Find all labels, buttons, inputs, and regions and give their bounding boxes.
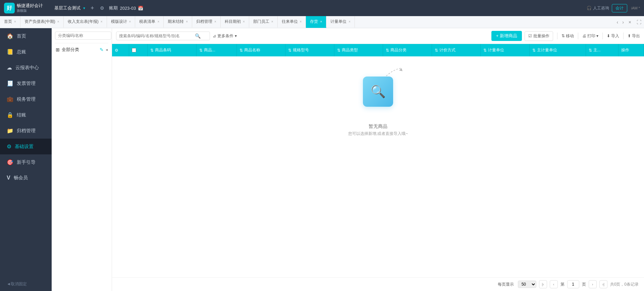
page-label: 页 — [582, 282, 586, 287]
sidebar-item-cloud[interactable]: ☁ 云报表中心 — [0, 60, 52, 76]
cloud-icon: ☁ — [7, 64, 12, 71]
th-main[interactable]: ⇅主... — [586, 44, 619, 56]
th-main-unit[interactable]: ⇅主计量单位 — [530, 44, 586, 56]
empty-desc: 您可以选择新增,或者直接导入哦~ — [348, 131, 408, 137]
product-search-input[interactable] — [119, 34, 193, 38]
category-collapse-icon[interactable]: ◂ — [106, 47, 108, 52]
import-button[interactable]: ⬇ 导入 — [607, 33, 619, 39]
sidebar-item-guide[interactable]: 🎯 新手引导 — [0, 154, 52, 170]
category-search-input[interactable] — [55, 32, 111, 40]
filter-button[interactable]: ⊿ 更多条件 ▾ — [213, 33, 237, 39]
product-search-icon[interactable]: 🔍 — [195, 33, 201, 39]
tab-period-end[interactable]: 期末结转 × — [164, 16, 192, 28]
th-spec[interactable]: ⇅规格型号 — [285, 44, 334, 56]
tab-dept-close[interactable]: × — [271, 20, 273, 23]
export-button[interactable]: ⬆ 导出 — [628, 33, 640, 39]
select-all-checkbox[interactable] — [132, 48, 136, 52]
category-edit-icon[interactable]: ✎ — [100, 47, 104, 52]
consult-button[interactable]: 🎧 人工咨询 — [587, 5, 609, 11]
company-selector[interactable]: 基层工会测试 ▼ — [54, 5, 86, 11]
sidebar-item-settings[interactable]: ⚙ 基础设置 — [0, 139, 52, 154]
import-label: 导入 — [611, 33, 619, 39]
kuaiji-button[interactable]: 会计 — [612, 4, 627, 12]
calendar-icon[interactable]: 📅 — [138, 6, 143, 11]
filter-label: 更多条件 — [217, 33, 233, 39]
cancel-fixed-button[interactable]: ◄取消固定 — [0, 277, 52, 291]
sidebar-archive-label: 归档管理 — [17, 128, 36, 134]
sidebar-item-invoice[interactable]: 🧾 发票管理 — [0, 76, 52, 91]
sidebar-item-tax[interactable]: 💼 税务管理 — [0, 91, 52, 107]
period-label: 账期 — [109, 5, 118, 11]
batch-button[interactable]: ☑ 批量操作 — [525, 31, 553, 41]
tab-subject[interactable]: 科目期初 × — [221, 16, 249, 28]
th-unit[interactable]: ⇅计量单位 — [481, 44, 530, 56]
tab-contacts[interactable]: 往来单位 × — [278, 16, 306, 28]
print-button[interactable]: 🖨 打印 ▾ — [582, 33, 598, 39]
sidebar-guide-label: 新手引导 — [17, 159, 36, 165]
tab-tax[interactable]: 税表清单 × — [135, 16, 164, 28]
tab-template[interactable]: 模版设计 × — [107, 16, 136, 28]
page-first-button[interactable]: |‹ — [539, 280, 547, 288]
sidebar-item-home[interactable]: 🏠 首页 — [0, 28, 52, 44]
tab-nav-buttons: ‹ › × ⛶ — [614, 16, 644, 28]
th-type[interactable]: ⇅商品类型 — [334, 44, 383, 56]
tab-tax-close[interactable]: × — [157, 20, 159, 23]
tab-inventory-close[interactable]: × — [320, 20, 322, 23]
sidebar-item-member[interactable]: V 畅会员 — [0, 170, 52, 186]
tab-archive[interactable]: 归档管理 × — [192, 16, 221, 28]
header-actions: 🎧 人工咨询 会计 iAM * — [587, 4, 640, 12]
page-prev-button[interactable]: ‹ — [550, 280, 558, 288]
tab-contacts-close[interactable]: × — [300, 20, 302, 23]
th-code[interactable]: ⇅商品... — [196, 44, 236, 56]
filter-arrow-icon: ▾ — [235, 34, 237, 38]
sidebar-item-archive[interactable]: 📁 归档管理 — [0, 123, 52, 139]
th-name[interactable]: ⇅商品名称 — [236, 44, 285, 56]
move-button[interactable]: ⇅ 移动 — [561, 33, 574, 39]
th-category[interactable]: ⇅商品分类 — [383, 44, 432, 56]
tab-home[interactable]: 首页 × — [0, 16, 20, 28]
tab-template-close[interactable]: × — [129, 20, 131, 23]
th-checkbox[interactable] — [129, 44, 148, 56]
tab-unit-close[interactable]: × — [348, 20, 351, 23]
table-container[interactable]: ⚙ ⇅商品条码 ⇅商品... ⇅商品名称 ⇅规格型号 ⇅商品类型 ⇅商品分类 ⇅… — [112, 44, 644, 277]
page-size-select[interactable]: 50 10 20 100 — [518, 281, 536, 288]
tab-income-close[interactable]: × — [101, 20, 103, 23]
export-label: 导出 — [632, 33, 640, 39]
tab-income[interactable]: 收入支出表(年报) × — [64, 16, 107, 28]
tab-subject-close[interactable]: × — [243, 20, 245, 23]
tab-dept[interactable]: 部门员工 × — [249, 16, 278, 28]
sidebar: 🏠 首页 📒 总账 ☁ 云报表中心 🧾 发票管理 💼 税务管理 🔒 结账 📁 归… — [0, 28, 52, 291]
page-next-button[interactable]: › — [589, 280, 597, 288]
tab-home-close[interactable]: × — [14, 20, 16, 23]
tab-expand[interactable]: ⛶ — [634, 19, 644, 25]
settings-button[interactable]: ⚙ — [99, 5, 106, 11]
tab-period-close[interactable]: × — [186, 20, 188, 23]
th-settings[interactable]: ⚙ — [112, 44, 129, 56]
tab-home-label: 首页 — [4, 19, 12, 25]
th-barcode[interactable]: ⇅商品条码 — [148, 44, 197, 56]
page-jump-label: 第 — [560, 282, 565, 287]
tax-icon: 💼 — [7, 96, 13, 102]
tab-archive-close[interactable]: × — [214, 20, 216, 23]
tab-unit[interactable]: 计量单位 × — [326, 16, 355, 28]
sort-name-icon: ⇅ — [239, 48, 243, 53]
tab-balance-close[interactable]: × — [57, 20, 59, 23]
add-tab-button[interactable]: + — [89, 5, 96, 12]
grid-icon: ⊞ — [56, 47, 60, 52]
category-all-item[interactable]: ⊞ 全部分类 ✎ ◂ — [52, 43, 112, 56]
th-price-method[interactable]: ⇅计价方式 — [432, 44, 481, 56]
add-product-button[interactable]: + 新增商品 — [491, 31, 522, 41]
page-number-input[interactable] — [567, 280, 579, 288]
tab-inventory[interactable]: 存货 × — [306, 16, 326, 28]
page-size-label: 每页显示 — [498, 282, 514, 287]
print-arrow-icon: ▾ — [596, 34, 598, 38]
tab-balance-sheet[interactable]: 资产负债表(中期) × — [20, 16, 64, 28]
sidebar-home-label: 首页 — [17, 33, 26, 39]
page-last-button[interactable]: ›| — [599, 280, 607, 288]
sidebar-item-ledger[interactable]: 📒 总账 — [0, 44, 52, 60]
empty-state: 暂无商品 您可以选择新增,或者直接导入哦~ — [112, 56, 644, 157]
tab-scroll-right[interactable]: › — [620, 19, 626, 25]
tab-scroll-left[interactable]: ‹ — [614, 19, 620, 25]
tab-close-all[interactable]: × — [626, 19, 634, 25]
sidebar-item-close[interactable]: 🔒 结账 — [0, 107, 52, 123]
